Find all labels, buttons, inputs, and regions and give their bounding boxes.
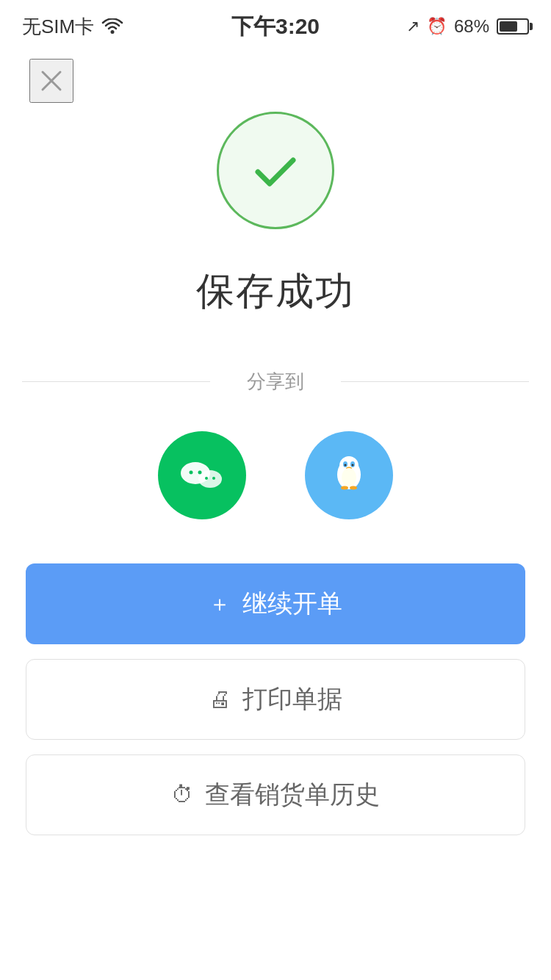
- carrier-text: 无SIM卡: [22, 14, 94, 40]
- continue-label: 继续开单: [242, 587, 342, 621]
- svg-point-13: [345, 464, 347, 466]
- history-button[interactable]: ⏱ 查看销货单历史: [26, 754, 525, 835]
- svg-point-4: [198, 470, 222, 488]
- alarm-icon: ⏰: [427, 17, 447, 36]
- print-icon: 🖨: [209, 687, 231, 712]
- share-section: 分享到: [0, 369, 551, 519]
- wifi-icon: [101, 18, 123, 35]
- print-button[interactable]: 🖨 打印单据: [26, 659, 525, 740]
- close-button[interactable]: [29, 59, 73, 103]
- success-title: 保存成功: [196, 266, 355, 317]
- battery-percent: 68%: [454, 16, 489, 37]
- status-right: ↗ ⏰ 68%: [406, 16, 529, 37]
- svg-point-7: [205, 477, 208, 480]
- svg-point-16: [342, 468, 356, 487]
- svg-point-6: [198, 471, 202, 475]
- status-bar: 无SIM卡 下午3:20 ↗ ⏰ 68%: [0, 0, 551, 53]
- continue-button[interactable]: ＋ 继续开单: [26, 563, 525, 644]
- svg-point-0: [111, 30, 115, 34]
- svg-point-14: [352, 464, 354, 466]
- clock-icon: ⏱: [171, 782, 193, 807]
- status-time: 下午3:20: [231, 12, 320, 42]
- share-icons: [158, 431, 393, 519]
- main-content: 保存成功 分享到: [0, 53, 551, 835]
- svg-point-5: [190, 471, 193, 475]
- divider-right: [341, 381, 529, 382]
- success-circle: [217, 112, 334, 229]
- divider-left: [22, 381, 210, 382]
- action-buttons: ＋ 继续开单 🖨 打印单据 ⏱ 查看销货单历史: [26, 563, 525, 835]
- close-icon: [38, 68, 65, 94]
- checkmark-icon: [246, 141, 305, 200]
- battery-fill: [500, 21, 517, 32]
- svg-point-8: [212, 477, 215, 480]
- qq-share-button[interactable]: [305, 431, 393, 519]
- print-label: 打印单据: [242, 682, 342, 716]
- battery-icon: [497, 18, 529, 35]
- history-label: 查看销货单历史: [205, 778, 380, 812]
- svg-point-17: [341, 486, 348, 490]
- qq-icon: [323, 450, 375, 501]
- svg-point-18: [350, 486, 357, 490]
- share-label: 分享到: [247, 369, 304, 394]
- location-icon: ↗: [406, 17, 419, 36]
- plus-icon: ＋: [209, 589, 231, 619]
- wechat-icon: [176, 450, 228, 501]
- status-left: 无SIM卡: [22, 14, 123, 40]
- wechat-share-button[interactable]: [158, 431, 246, 519]
- share-divider: 分享到: [0, 369, 551, 394]
